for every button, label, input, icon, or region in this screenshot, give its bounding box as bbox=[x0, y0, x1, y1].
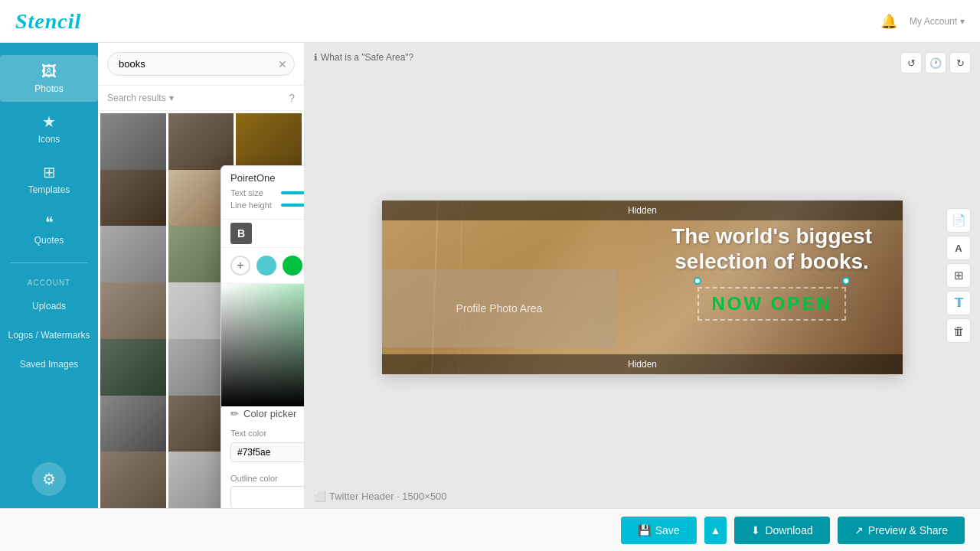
sidebar-item-uploads[interactable]: Uploads bbox=[0, 293, 98, 319]
pencil-icon: ✏ bbox=[230, 408, 239, 419]
notification-bell[interactable]: 🔔 bbox=[880, 13, 897, 30]
color-row: Outline color ✕ Background color ✕ bbox=[221, 471, 305, 508]
sidebar-item-templates[interactable]: ⊞ Templates bbox=[0, 155, 98, 203]
main-layout: 🖼 Photos ★ Icons ⊞ Templates ❝ Quotes AC… bbox=[0, 43, 980, 508]
sidebar-divider bbox=[10, 262, 88, 263]
text-size-row: Text size bbox=[230, 188, 305, 197]
sidebar-item-label: Photos bbox=[34, 83, 63, 94]
account-chevron-icon: ▾ bbox=[960, 16, 965, 27]
color-swatch-green[interactable] bbox=[283, 256, 302, 276]
add-color-button[interactable]: + bbox=[230, 256, 250, 276]
account-section-label: ACCOUNT bbox=[0, 272, 98, 290]
safe-area-icon: ℹ bbox=[314, 52, 318, 63]
save-expand-button[interactable]: ▲ bbox=[704, 517, 727, 544]
font-size-button[interactable]: A bbox=[946, 236, 971, 260]
settings-button[interactable]: ⚙ bbox=[32, 462, 66, 496]
search-input[interactable] bbox=[107, 52, 295, 76]
sidebar-item-label: Templates bbox=[28, 184, 70, 195]
canvas-area: ℹ What is a "Safe Area"? ↺ 🕐 ↻ Hidden Pr bbox=[305, 43, 980, 508]
topbar-right: 🔔 My Account ▾ bbox=[880, 13, 965, 30]
uploads-label: Uploads bbox=[32, 301, 66, 311]
canvas-info-bar: ⬜ Twitter Header · 1500×500 bbox=[314, 491, 447, 502]
outline-color-col: Outline color ✕ bbox=[230, 474, 305, 508]
line-height-row: Line height bbox=[230, 201, 305, 210]
quotes-icon: ❝ bbox=[45, 214, 54, 232]
sidebar-item-saved[interactable]: Saved Images bbox=[0, 351, 98, 377]
canvas-main-text-line2: selection of books. bbox=[671, 249, 872, 275]
canvas-top-controls: ↺ 🕐 ↻ bbox=[900, 52, 971, 73]
icons-icon: ★ bbox=[42, 112, 56, 131]
sidebar-item-photos[interactable]: 🖼 Photos bbox=[0, 55, 98, 102]
text-color-input-row bbox=[230, 442, 305, 463]
sidebar-item-label: Quotes bbox=[34, 235, 64, 246]
gradient-picker-area[interactable] bbox=[221, 284, 305, 406]
photos-icon: 🖼 bbox=[41, 63, 57, 80]
search-help-icon[interactable]: ? bbox=[289, 92, 295, 104]
outline-color-label: Outline color bbox=[230, 474, 305, 483]
canvas-text-block[interactable]: The world's biggest selection of books. … bbox=[671, 223, 872, 321]
preview-icon: ↗ bbox=[854, 524, 864, 536]
undo-button[interactable]: ↺ bbox=[900, 52, 922, 73]
sidebar-item-quotes[interactable]: ❝ Quotes bbox=[0, 206, 98, 253]
photos-panel: ✕ Search results ▾ ? bbox=[98, 43, 305, 508]
canvas-hidden-bottom: Hidden bbox=[382, 354, 903, 374]
sidebar-item-logos[interactable]: Logos / Watermarks bbox=[0, 322, 98, 348]
safe-area-notice: ℹ What is a "Safe Area"? bbox=[314, 52, 413, 63]
account-menu[interactable]: My Account ▾ bbox=[910, 16, 965, 27]
now-open-container[interactable]: NOW OPEN bbox=[697, 281, 845, 321]
line-height-slider[interactable] bbox=[281, 204, 305, 207]
trash-button[interactable]: 🗑 bbox=[946, 318, 971, 343]
gradient-dark-overlay bbox=[221, 284, 305, 406]
save-label: Save bbox=[655, 524, 680, 536]
canvas-info-icon: ⬜ bbox=[314, 491, 326, 502]
logos-label: Logos / Watermarks bbox=[8, 330, 90, 341]
text-size-slider[interactable] bbox=[281, 191, 305, 194]
templates-icon: ⊞ bbox=[43, 163, 56, 181]
canvas-hidden-top: Hidden bbox=[382, 201, 903, 220]
preview-share-button[interactable]: ↗ Preview & Share bbox=[838, 517, 965, 544]
outline-color-box[interactable]: ✕ bbox=[230, 486, 305, 508]
format-toolbar: B bbox=[221, 220, 305, 248]
account-label: My Account bbox=[910, 16, 957, 27]
font-control-area: PoiretOne Text size Line height bbox=[221, 166, 305, 220]
sidebar-item-icons[interactable]: ★ Icons bbox=[0, 105, 98, 152]
text-color-input[interactable] bbox=[230, 442, 305, 462]
download-button[interactable]: ⬇ Download bbox=[734, 517, 829, 544]
profile-photo-label: Profile Photo Area bbox=[456, 302, 543, 315]
saved-label: Saved Images bbox=[20, 359, 79, 370]
text-size-label: Text size bbox=[230, 188, 276, 197]
now-open-text: NOW OPEN bbox=[697, 287, 845, 321]
history-button[interactable]: 🕐 bbox=[925, 52, 946, 73]
selection-handle-tl[interactable] bbox=[694, 277, 701, 285]
app-logo: Stencil bbox=[15, 9, 81, 34]
color-swatch-teal[interactable] bbox=[256, 256, 276, 276]
profile-photo-area[interactable]: Profile Photo Area bbox=[382, 269, 616, 347]
search-input-wrapper: ✕ bbox=[107, 52, 295, 76]
canvas-toolbar-right: 📄 A ⊞ 𝕋 🗑 bbox=[946, 208, 971, 343]
download-icon: ⬇ bbox=[751, 524, 760, 536]
search-bar: ✕ bbox=[98, 43, 304, 86]
photo-cell[interactable] bbox=[100, 452, 166, 508]
topbar: Stencil 🔔 My Account ▾ bbox=[0, 0, 980, 43]
font-name: PoiretOne bbox=[230, 172, 305, 184]
download-label: Download bbox=[765, 524, 812, 536]
search-results-bar: Search results ▾ ? bbox=[98, 86, 304, 111]
apps-button[interactable]: ⊞ bbox=[946, 263, 971, 288]
bold-button[interactable]: B bbox=[230, 223, 252, 244]
search-results-label[interactable]: Search results ▾ bbox=[107, 93, 174, 103]
text-color-label: Text color bbox=[230, 429, 305, 438]
sidebar: 🖼 Photos ★ Icons ⊞ Templates ❝ Quotes AC… bbox=[0, 43, 98, 508]
color-picker-header: + ✕ bbox=[221, 248, 305, 284]
picker-label-row: ✏ Color picker bbox=[221, 406, 305, 425]
search-clear-icon[interactable]: ✕ bbox=[278, 58, 287, 70]
text-color-section: Text color bbox=[221, 425, 305, 471]
add-text-button[interactable]: 📄 bbox=[946, 208, 971, 233]
canvas-main-text-line1: The world's biggest bbox=[671, 223, 872, 249]
twitter-button[interactable]: 𝕋 bbox=[946, 291, 971, 315]
preview-label: Preview & Share bbox=[868, 524, 948, 536]
picker-label: Color picker bbox=[243, 408, 296, 419]
save-button[interactable]: 💾 Save bbox=[621, 517, 697, 544]
safe-area-text[interactable]: What is a "Safe Area"? bbox=[321, 52, 413, 63]
redo-button[interactable]: ↻ bbox=[949, 52, 971, 73]
selection-handle-tr[interactable] bbox=[842, 277, 850, 285]
